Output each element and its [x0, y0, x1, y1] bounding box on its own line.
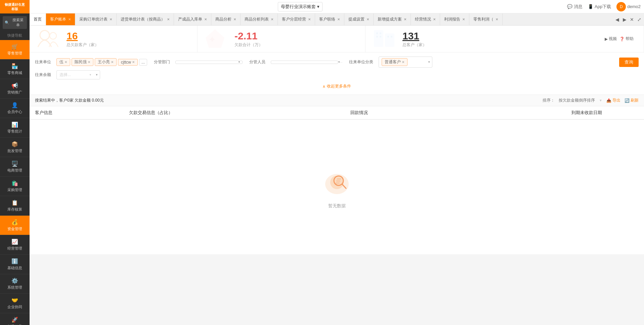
tab-business-situation-close[interactable]: ✕: [433, 17, 436, 21]
tab-profit-report[interactable]: 利润报告 ✕: [440, 13, 469, 26]
sidebar-item-operations[interactable]: 📈 经营管理: [0, 235, 30, 255]
classify-tag[interactable]: 普通客户 ✕: [382, 58, 407, 66]
tab-profit-report-close[interactable]: ✕: [462, 17, 465, 21]
tab-product-analysis-close[interactable]: ✕: [233, 17, 236, 21]
tab-incoming-stats[interactable]: 进货单统计表（按商品） ✕: [117, 13, 174, 26]
tab-next-button[interactable]: ▶: [621, 16, 628, 23]
sidebar-item-basic-info[interactable]: ℹ️ 基础信息: [0, 255, 30, 274]
sort-select[interactable]: 按欠款金额倒序排序: [559, 98, 595, 103]
marketing-label: 营销推广: [7, 90, 22, 95]
balance-dropdown-icon: ▼: [89, 73, 92, 76]
tab-product-analysis-list[interactable]: 商品分析列表 ✕: [241, 13, 278, 26]
tab-customer-layer-close[interactable]: ✕: [308, 17, 311, 21]
tab-purchase-order[interactable]: 采购订单统计表 ✕: [75, 13, 117, 26]
table-header: 客户信息 欠款交易信息（占比） 回款情况 到期未收款日期: [30, 106, 644, 120]
dept-select-wrapper[interactable]: [175, 61, 243, 64]
filter-tag-wang[interactable]: 王小亮 ✕: [95, 58, 117, 66]
person-select-wrapper[interactable]: ···: [271, 60, 342, 64]
workspace-selector[interactable]: 母婴行业演示账套 ▾: [278, 2, 323, 11]
sidebar-item-inventory[interactable]: 📋 库存核算: [0, 196, 30, 216]
tab-retail-profit[interactable]: 零售利润（ ✕: [469, 13, 503, 26]
sidebar-item-retail-stats[interactable]: 📊 零售统计: [0, 118, 30, 138]
sidebar-item-capital[interactable]: 💰 资金管理: [0, 216, 30, 235]
classify-tag-close[interactable]: ✕: [402, 60, 404, 64]
app-download-action[interactable]: 📱 App下载: [588, 4, 611, 10]
sidebar-item-retail-mall[interactable]: 🏪 零售商城: [0, 60, 30, 79]
tab-product-instock-label: 产成品入库单: [178, 16, 202, 22]
sidebar-item-ecommerce[interactable]: 🖥️ 电商管理: [0, 157, 30, 177]
help-btn[interactable]: ❓ 帮助: [619, 36, 634, 42]
tab-close-all-button[interactable]: ✕: [629, 16, 635, 23]
tab-customer-contact[interactable]: 客户联络 ✕: [315, 13, 344, 26]
tab-purchase-order-close[interactable]: ✕: [110, 17, 112, 21]
tab-product-instock[interactable]: 产成品入库单 ✕: [174, 13, 211, 26]
person-select[interactable]: [271, 61, 338, 64]
refresh-button[interactable]: 🔄 刷新: [625, 98, 639, 103]
tab-product-analysis-list-close[interactable]: ✕: [271, 17, 273, 21]
sidebar-search-button[interactable]: 🔍 搜索菜单: [3, 16, 27, 29]
sidebar-item-marketing[interactable]: 📢 营销推广: [0, 79, 30, 99]
tab-product-analysis-list-label: 商品分析列表: [245, 16, 269, 22]
total-customers-value[interactable]: 131: [402, 30, 427, 42]
filter-tag-wu-text: 伍: [59, 59, 63, 65]
filter-tag-wu-close[interactable]: ✕: [65, 60, 67, 64]
tab-retail-profit-close[interactable]: ✕: [496, 17, 498, 21]
svg-rect-9: [387, 36, 389, 37]
collapse-button[interactable]: ∧ 收起更多条件: [323, 82, 351, 91]
total-debt-value: -2.11: [234, 30, 263, 42]
query-button[interactable]: 查询: [619, 58, 639, 67]
sidebar-item-wholesale[interactable]: 📦 批发管理: [0, 138, 30, 157]
filter-tag-cjttcw-close[interactable]: ✕: [132, 60, 135, 64]
tab-home[interactable]: 首页: [30, 13, 46, 26]
balance-placeholder: 选择...: [59, 72, 71, 78]
tab-prev-button[interactable]: ◀: [614, 16, 620, 23]
sidebar-item-retail-mgmt[interactable]: 🛒 零售管理: [0, 40, 30, 60]
filter-tag-chen-close[interactable]: ✕: [88, 60, 90, 64]
tab-profit-report-label: 利润报告: [444, 16, 460, 22]
export-button[interactable]: 📤 导出: [606, 98, 620, 103]
classify-select-wrapper[interactable]: 普通客户 ✕: [379, 57, 432, 68]
tab-business-situation[interactable]: 经营情况 ✕: [411, 13, 440, 26]
filter-tag-wang-text: 王小亮: [98, 59, 110, 65]
dept-select[interactable]: [175, 61, 243, 64]
workspace-dropdown-icon: ▾: [317, 4, 319, 9]
user-action[interactable]: D demo2: [616, 2, 641, 11]
total-debtors-value[interactable]: 16: [67, 30, 99, 42]
filter-tag-cjttcw[interactable]: cjttcw ✕: [118, 59, 138, 66]
svg-rect-10: [391, 36, 392, 37]
balance-select-wrapper[interactable]: 选择... ▼: [56, 70, 100, 79]
tab-product-instock-close[interactable]: ✕: [204, 17, 207, 21]
person-more-icon[interactable]: ···: [339, 60, 342, 64]
tab-new-profit-plan[interactable]: 新增提成方案 ✕: [374, 13, 411, 26]
filter-row-1: 往来单位 伍 ✕ 陈民强 ✕ 王小亮 ✕ cjttcw ✕ ...: [35, 57, 639, 68]
video-btn[interactable]: ▶ 视频: [605, 36, 617, 42]
filter-tag-chen[interactable]: 陈民强 ✕: [72, 58, 93, 66]
retail-mall-label: 零售商城: [7, 70, 22, 75]
tab-customer-book-close[interactable]: ✕: [68, 17, 71, 21]
tab-new-profit-plan-close[interactable]: ✕: [404, 17, 406, 21]
sidebar-item-new-guide[interactable]: 🚀 新手引导: [0, 313, 30, 325]
unit-more-button[interactable]: ...: [139, 59, 147, 66]
filter-tag-cjttcw-text: cjttcw: [121, 60, 131, 65]
export-icon: 📤: [606, 98, 611, 103]
capital-icon: 💰: [11, 219, 18, 225]
tab-incoming-stats-close[interactable]: ✕: [167, 17, 170, 21]
sidebar-item-enterprise-coop[interactable]: 🤝 企业协同: [0, 294, 30, 313]
tab-expand-button[interactable]: ⤢: [636, 16, 643, 23]
balance-select[interactable]: 选择... ▼: [56, 70, 100, 79]
tab-product-analysis[interactable]: 商品分析 ✕: [211, 13, 241, 26]
tab-remind-settings[interactable]: 提成设置 ✕: [344, 13, 374, 26]
filter-tag-wu[interactable]: 伍 ✕: [56, 58, 70, 66]
unit-label: 往来单位: [35, 59, 54, 65]
retail-mgmt-icon: 🛒: [11, 43, 18, 50]
tab-customer-contact-close[interactable]: ✕: [337, 17, 340, 21]
sidebar-item-member-center[interactable]: 👤 会员中心: [0, 99, 30, 118]
tab-customer-book[interactable]: 客户账本 ✕: [46, 13, 75, 26]
tab-customer-layer[interactable]: 客户分层经营 ✕: [278, 13, 315, 26]
sidebar-item-purchase[interactable]: 🛍️ 采购管理: [0, 177, 30, 196]
classify-select[interactable]: 普通客户 ✕: [379, 57, 432, 68]
filter-tag-wang-close[interactable]: ✕: [111, 60, 114, 64]
message-action[interactable]: 💬 消息: [567, 4, 583, 10]
sidebar-item-system[interactable]: ⚙️ 系统管理: [0, 274, 30, 294]
tab-remind-settings-close[interactable]: ✕: [367, 17, 369, 21]
